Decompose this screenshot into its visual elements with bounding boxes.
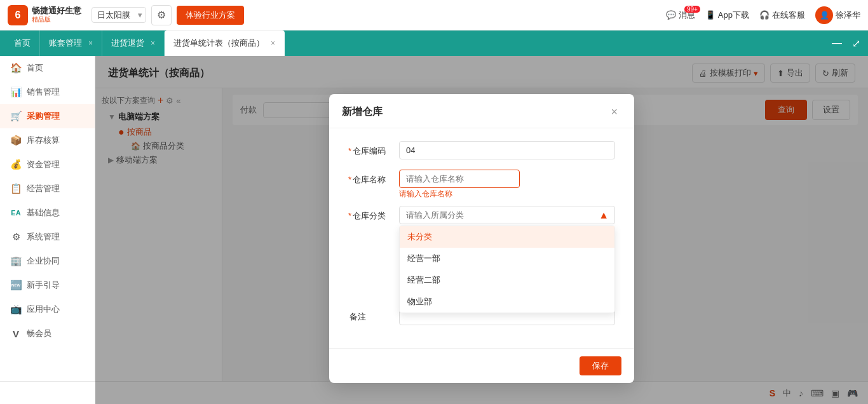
modal-body: 仓库编码 仓库名称 请输入仓库名称 仓库分类	[329, 128, 634, 348]
modal-overlay: 新增仓库 × 仓库编码 仓库名称 请输入仓库名称	[95, 56, 868, 404]
logo-icon: 6	[8, 5, 28, 25]
sidebar-item-operation[interactable]: 📋 经营管理	[0, 177, 95, 201]
category-arrow-icon[interactable]: ▲	[599, 210, 609, 221]
user-menu[interactable]: 👤 徐泽华	[815, 6, 860, 24]
modal-close-button[interactable]: ×	[607, 104, 621, 120]
sidebar-item-home[interactable]: 🏠 首页	[0, 56, 95, 80]
tab-purchase-return[interactable]: 进货退货 ×	[102, 30, 165, 56]
category-select-wrap: ▲ 未分类 经营一部 经营二部 物业部	[399, 206, 615, 224]
store-select-wrap[interactable]: 日太阳膜	[92, 7, 146, 23]
modal-title: 新增仓库	[342, 105, 383, 119]
sales-icon: 📊	[10, 86, 22, 98]
save-button[interactable]: 保存	[580, 356, 621, 375]
logo-area: 6 畅捷通好生意 精品版	[8, 5, 81, 25]
topbar: 6 畅捷通好生意 精品版 日太阳膜 ⚙ 体验行业方案 💬 消息 99+ 📱 Ap…	[0, 0, 868, 30]
category-field-row: 仓库分类 ▲ 未分类 经营一部 经营二部 物业部	[348, 206, 615, 224]
app-center-icon: 📺	[10, 304, 22, 315]
name-input[interactable]	[399, 170, 520, 188]
sidebar-item-inventory[interactable]: 📦 库存核算	[0, 128, 95, 152]
member-icon: V	[10, 328, 22, 339]
tab-purchase-stats-close[interactable]: ×	[271, 39, 275, 48]
service-button[interactable]: 🎧 在线客服	[759, 10, 805, 21]
logo-text: 畅捷通好生意 精品版	[32, 6, 81, 25]
tab-accounts[interactable]: 账套管理 ×	[40, 30, 102, 56]
home-icon: 🏠	[10, 62, 22, 74]
new-warehouse-modal: 新增仓库 × 仓库编码 仓库名称 请输入仓库名称	[329, 94, 634, 383]
tab-accounts-close[interactable]: ×	[88, 39, 93, 48]
avatar: 👤	[815, 6, 833, 24]
sidebar-item-basic[interactable]: EA 基础信息	[0, 201, 95, 225]
main-layout: 🏠 首页 📊 销售管理 🛒 采购管理 📦 库存核算 💰 资金管理 📋 经营管理 …	[0, 56, 868, 404]
headset-icon: 🎧	[759, 10, 770, 20]
sidebar-item-app-center[interactable]: 📺 应用中心	[0, 297, 95, 321]
purchase-icon: 🛒	[10, 111, 22, 122]
sidebar: 🏠 首页 📊 销售管理 🛒 采购管理 📦 库存核算 💰 资金管理 📋 经营管理 …	[0, 56, 95, 404]
name-error-message: 请输入仓库名称	[399, 189, 452, 199]
sidebar-item-finance[interactable]: 💰 资金管理	[0, 152, 95, 177]
name-field-row: 仓库名称 请输入仓库名称	[348, 170, 615, 188]
category-input[interactable]	[399, 206, 615, 224]
modal-header: 新增仓库 ×	[329, 94, 634, 128]
system-icon: ⚙	[10, 231, 22, 243]
dropdown-item-dept1[interactable]: 经营一部	[400, 248, 614, 269]
note-label: 备注	[348, 307, 399, 323]
finance-icon: 💰	[10, 159, 22, 170]
settings-button[interactable]: ⚙	[151, 5, 172, 25]
phone-icon: 📱	[705, 10, 715, 20]
sidebar-item-enterprise[interactable]: 🏢 企业协同	[0, 249, 95, 273]
sidebar-item-purchase[interactable]: 🛒 采购管理	[0, 104, 95, 128]
code-label: 仓库编码	[348, 141, 399, 157]
modal-footer: 保存	[329, 348, 634, 383]
tab-expand-button[interactable]: ⤢	[850, 35, 863, 52]
category-dropdown: 未分类 经营一部 经营二部 物业部	[399, 226, 615, 313]
name-label: 仓库名称	[348, 170, 399, 185]
tab-purchase-stats[interactable]: 进货单统计表（按商品） ×	[165, 30, 285, 56]
tab-end-actions: — ⤢	[829, 35, 863, 52]
topbar-right: 💬 消息 99+ 📱 App下载 🎧 在线客服 👤 徐泽华	[666, 6, 860, 24]
content-area: 进货单统计（按商品） 🖨 按模板打印 ▾ ⬆ 导出 ↻ 刷新	[95, 56, 868, 404]
code-input[interactable]	[399, 141, 615, 159]
tabs-bar: 首页 账套管理 × 进货退货 × 进货单统计表（按商品） × — ⤢	[0, 30, 868, 56]
sidebar-item-system[interactable]: ⚙ 系统管理	[0, 225, 95, 249]
dropdown-item-dept2[interactable]: 经营二部	[400, 269, 614, 291]
sidebar-item-guide[interactable]: 🆕 新手引导	[0, 273, 95, 297]
sidebar-item-sales[interactable]: 📊 销售管理	[0, 80, 95, 104]
inventory-icon: 📦	[10, 135, 22, 146]
store-select[interactable]: 日太阳膜	[92, 7, 146, 23]
category-label: 仓库分类	[348, 206, 399, 222]
sidebar-item-member[interactable]: V 畅会员	[0, 321, 95, 346]
guide-icon: 🆕	[10, 279, 22, 291]
app-download-button[interactable]: 📱 App下载	[705, 10, 749, 21]
operation-icon: 📋	[10, 183, 22, 194]
dropdown-item-dept3[interactable]: 物业部	[400, 291, 614, 313]
trial-button[interactable]: 体验行业方案	[177, 6, 244, 25]
enterprise-icon: 🏢	[10, 255, 22, 267]
code-field-row: 仓库编码	[348, 141, 615, 159]
message-icon: 💬	[666, 10, 676, 20]
message-badge: 99+	[684, 6, 700, 13]
tab-minimize-button[interactable]: —	[829, 35, 844, 51]
tab-purchase-return-close[interactable]: ×	[151, 39, 155, 48]
tab-home[interactable]: 首页	[5, 30, 40, 56]
basic-icon: EA	[10, 207, 22, 219]
message-button[interactable]: 💬 消息 99+	[666, 10, 695, 21]
dropdown-item-unclassified[interactable]: 未分类	[400, 226, 614, 248]
name-input-wrap: 请输入仓库名称	[399, 170, 615, 188]
